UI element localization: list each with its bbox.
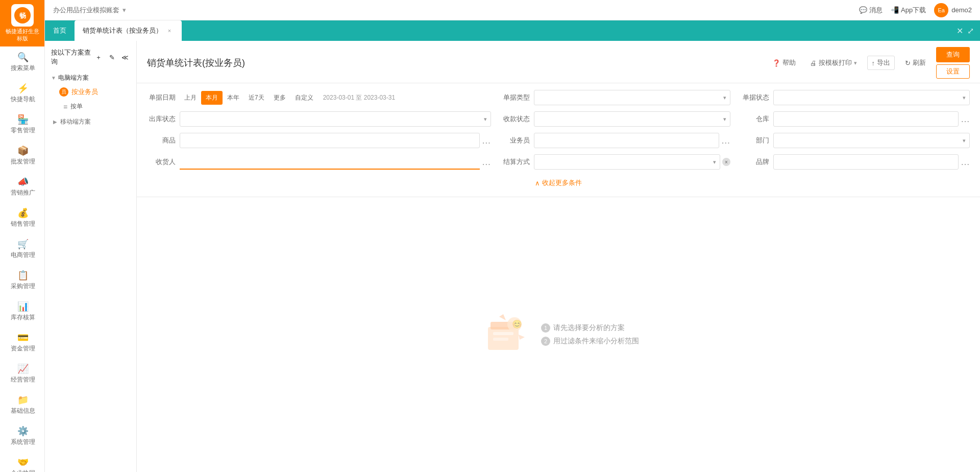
settlement-select-wrap[interactable]: × ▾ [534,154,730,170]
filter-doc-type: 单据类型 ▾ [501,89,730,106]
salesperson-dots-icon[interactable]: … [721,135,730,146]
edit-scheme-icon[interactable]: ✎ [107,52,117,62]
receive-status-select-wrap[interactable]: ▾ [534,111,730,127]
refresh-button[interactable]: ↻ 刷新 [901,56,930,69]
svg-rect-4 [493,332,513,335]
svg-marker-9 [519,335,525,340]
receiver-dots-icon[interactable]: … [482,157,491,168]
help-button[interactable]: ❓ 帮助 [768,56,800,69]
sidebar-item-system[interactable]: ⚙️ 系统管理 [0,420,44,452]
add-scheme-icon[interactable]: + [93,52,104,62]
settings-button[interactable]: 设置 [936,64,970,79]
print-button[interactable]: 🖨 按模板打印 ▾ [806,56,861,69]
empty-step-1: 1 请先选择要分析的方案 [541,323,639,333]
search-menu-icon: 🔍 [17,52,29,63]
print-icon: 🖨 [810,59,817,67]
goods-dots-icon[interactable]: … [482,135,491,146]
desktop-scheme-title[interactable]: ▼ 电脑端方案 [45,72,136,84]
tab-sales-stat-label: 销货单统计表（按业务员） [83,26,162,35]
avatar: Ea [934,3,948,17]
inventory-icon: 📊 [17,301,29,312]
doc-type-select[interactable] [534,90,730,105]
purchase-icon: 📋 [17,270,29,281]
salesperson-input[interactable] [534,133,719,148]
collapse-filters-button[interactable]: ∧ 收起更多条件 [147,175,970,191]
sidebar-item-inventory[interactable]: 📊 库存核算 [0,296,44,327]
logo-area[interactable]: 畅 畅捷通好生意 标版 [0,0,44,46]
breadcrumb-dropdown-icon[interactable]: ▾ [122,6,126,14]
sidebar-item-search-menu[interactable]: 🔍 搜索菜单 [0,46,44,78]
sidebar-item-finance[interactable]: 💳 资金管理 [0,327,44,358]
sidebar-item-ops[interactable]: 📈 经营管理 [0,358,44,389]
collapse-icon: ∧ [535,179,540,187]
out-status-select-wrap[interactable]: ▾ [180,111,491,127]
sidebar-item-basic[interactable]: 📁 基础信息 [0,389,44,420]
filter-receive-status: 收款状态 ▾ [501,111,730,127]
tab-sales-stat[interactable]: 销货单统计表（按业务员） × [75,20,182,41]
date-btn-custom[interactable]: 自定义 [290,91,318,105]
scheme-item-by-order[interactable]: ≡ 按单 [45,100,136,113]
sidebar-item-label: 采购管理 [11,282,35,291]
svg-rect-5 [493,338,508,341]
refresh-label: 刷新 [913,58,926,67]
empty-step-2: 2 用过滤条件来缩小分析范围 [541,337,639,346]
filter-row-3: 商品 … 业务员 … 部门 [147,132,970,149]
user-profile-button[interactable]: Ea demo2 [934,3,972,17]
empty-text: 1 请先选择要分析的方案 2 用过滤条件来缩小分析范围 [541,323,639,346]
app-download-button[interactable]: 📲 App下载 [891,6,926,15]
sidebar-item-sales[interactable]: 💰 销售管理 [0,202,44,233]
date-btn-7days[interactable]: 近7天 [244,91,269,105]
desktop-scheme-label: 电脑端方案 [58,74,89,82]
filter-row-4: 收货人 … 结算方式 × ▾ [147,154,970,170]
receive-status-select[interactable] [534,111,730,127]
sidebar-item-marketing[interactable]: 📣 营销推广 [0,171,44,202]
out-status-select[interactable] [180,111,491,127]
tab-close-icon[interactable]: × [165,27,174,35]
sidebar-item-retail[interactable]: 🏪 零售管理 [0,109,44,140]
goods-input[interactable] [180,133,480,148]
right-content: 销货单统计表(按业务员) ❓ 帮助 🖨 按模板打印 ▾ ↑ 导出 [137,41,980,472]
collapse-label: 收起更多条件 [542,178,582,187]
tab-close-window-icon[interactable]: ✕ [957,26,963,36]
dept-select-wrap[interactable]: ▾ [773,133,970,148]
message-button[interactable]: 💬 消息 [859,6,883,15]
tab-maximize-icon[interactable]: ⤢ [967,26,974,36]
date-btn-this-year[interactable]: 本年 [223,91,244,105]
date-label: 单据日期 [147,93,176,102]
brand-dots-icon[interactable]: … [961,157,970,168]
help-icon: ❓ [772,59,780,67]
brand-input[interactable] [773,154,959,170]
sidebar-item-quick-nav[interactable]: ⚡ 快捷导航 [0,78,44,109]
dept-label: 部门 [741,136,769,145]
dept-select[interactable] [773,133,970,148]
sidebar-item-ecom[interactable]: 🛒 电商管理 [0,233,44,265]
warehouse-input[interactable] [773,111,959,127]
step-2-number: 2 [541,337,550,346]
receiver-label: 收货人 [147,157,176,167]
tab-home[interactable]: 首页 [45,20,75,41]
date-btn-this-month[interactable]: 本月 [201,91,223,105]
sidebar-item-label: 营销推广 [11,188,35,197]
settlement-clear-icon[interactable]: × [722,158,730,166]
mobile-scheme-group[interactable]: ▶ 移动端方案 [45,115,136,128]
ecom-icon: 🛒 [17,239,29,250]
sidebar-item-enterprise[interactable]: 🤝 企业协同 [0,452,44,472]
scheme-item-by-salesperson[interactable]: 员 按业务员 [45,84,136,100]
settlement-select[interactable] [534,154,720,170]
doc-status-select[interactable] [773,90,970,105]
collapse-panel-icon[interactable]: ≪ [120,52,130,62]
app-download-label: App下载 [901,6,926,15]
sidebar-item-wholesale[interactable]: 📦 批发管理 [0,140,44,171]
warehouse-dots-icon[interactable]: … [961,114,970,125]
scheme-active-icon: 员 [59,87,68,97]
query-button[interactable]: 查询 [936,47,970,62]
user-label: demo2 [951,6,972,14]
date-btn-more[interactable]: 更多 [269,91,290,105]
receiver-input[interactable] [180,154,480,170]
doc-type-select-wrap[interactable]: ▾ [534,90,730,105]
date-btn-last-month[interactable]: 上月 [180,91,201,105]
doc-status-select-wrap[interactable]: ▾ [773,90,970,105]
step-1-number: 1 [541,323,550,333]
sidebar-item-purchase[interactable]: 📋 采购管理 [0,265,44,296]
export-button[interactable]: ↑ 导出 [867,56,895,70]
